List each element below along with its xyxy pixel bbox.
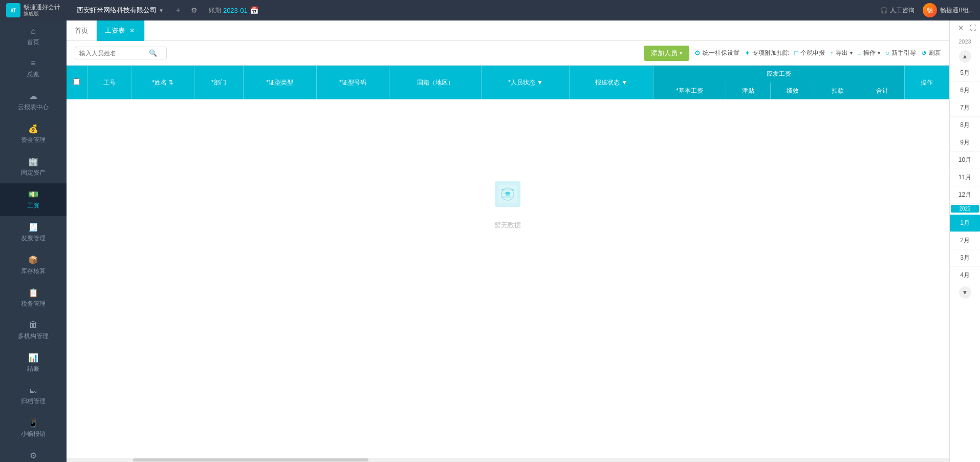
operation-action[interactable]: ≡ 操作 ▾ [858,49,881,57]
add-company-button[interactable]: ＋ [172,4,184,16]
header-actions: ＋ ⚙ [172,4,201,16]
search-input[interactable] [79,50,146,57]
th-dept: *部门 [194,66,243,99]
th-id-no: *证型号码 [316,66,389,99]
export-action[interactable]: ↑ 导出 ▾ [830,49,853,57]
select-all-checkbox[interactable] [73,78,80,85]
month-item-8[interactable]: 8月 [950,117,980,134]
social-insurance-action[interactable]: ⚙ 统一社保设置 [694,49,739,57]
sidebar-item-ledger[interactable]: ≡ 总账 [0,53,67,85]
refresh-action[interactable]: ↺ 刷新 [921,49,941,57]
settings-icon: ⚙ [30,451,37,460]
current-year-badge: 2023 [951,205,979,213]
app-name: 畅捷通好会计 旗舰版 [24,4,60,17]
scrollbar-thumb[interactable] [133,458,368,461]
th-performance: 绩效 [771,82,815,99]
table-scrollbar[interactable] [67,458,949,462]
sidebar-item-invoice[interactable]: 🧾 发票管理 [0,216,67,249]
payroll-table: 工号 *姓名 ⇅ *部门 *证型类型 *证型号码 国籍（地区） *人员状态 ▼ … [67,66,949,304]
panel-top-buttons: ✕ ⛶ [950,20,980,35]
calendar-icon[interactable]: 📅 [250,6,258,14]
sidebar-item-multi-org[interactable]: 🏛 多机构管理 [0,314,67,347]
sidebar-item-cloud-report[interactable]: ☁ 云报表中心 [0,85,67,118]
sidebar-item-payroll[interactable]: 💵 工资 [0,183,67,216]
empty-row: 暂无数据 [67,99,949,304]
add-person-chevron-icon: ▾ [680,50,682,56]
month-item-1[interactable]: 1月 [950,215,980,232]
empty-text: 暂无数据 [494,221,521,230]
th-number: 工号 [87,66,132,99]
month-item-3[interactable]: 3月 [950,249,980,267]
export-icon: ↑ [830,49,834,57]
sidebar-item-fixed-assets[interactable]: 🏢 固定资产 [0,151,67,183]
toolbar-right: 添加人员 ▾ ⚙ 统一社保设置 ✦ 专项附加扣除 □ 个税申报 ↑ 导出 [644,46,941,61]
sidebar-item-close-account[interactable]: 📊 结账 [0,347,67,380]
tab-home[interactable]: 首页 [67,20,97,41]
empty-state: 暂无数据 [67,99,949,304]
add-person-button[interactable]: 添加人员 ▾ [644,46,689,61]
tab-close-payroll[interactable]: ✕ [128,27,136,35]
panel-maximize-button[interactable]: ⛶ [968,23,978,33]
sidebar-item-inventory[interactable]: 📦 库存核算 [0,249,67,282]
sidebar-item-expense[interactable]: 📱 小畅报销 [0,412,67,445]
th-status[interactable]: *人员状态 ▼ [482,66,570,99]
table-header-row1: 工号 *姓名 ⇅ *部门 *证型类型 *证型号码 国籍（地区） *人员状态 ▼ … [67,66,949,82]
payroll-icon: 💵 [28,190,38,199]
headset-icon: 🎧 [880,7,888,14]
user-area[interactable]: 畅 畅捷通B组... [923,3,974,17]
sidebar-item-funds[interactable]: 💰 资金管理 [0,118,67,151]
month-item-10[interactable]: 10月 [950,152,980,169]
th-salary-group: 应发工资 [653,66,904,82]
th-deduction: 扣款 [815,82,860,99]
th-name[interactable]: *姓名 ⇅ [132,66,194,99]
panel-nav-down[interactable]: ▼ [959,286,971,299]
close-account-icon: 📊 [28,353,38,363]
sidebar-item-home[interactable]: ⌂ 首页 [0,20,67,53]
tab-payroll[interactable]: 工资表 ✕ [97,20,145,41]
funds-icon: 💰 [28,124,38,134]
th-total: 合计 [860,82,904,99]
user-name: 畅捷通B组... [940,6,974,15]
special-deduction-action[interactable]: ✦ 专项附加扣除 [745,49,789,57]
period-value[interactable]: 2023-01 [223,7,248,14]
empty-icon [487,174,528,215]
tax-report-action[interactable]: □ 个税申报 [794,49,825,57]
header-right: 🎧 人工咨询 畅 畅捷通B组... [880,3,974,17]
top-header: 好 畅捷通好会计 旗舰版 西安虾米网络科技有限公司 ▼ ＋ ⚙ 账期 2023-… [0,0,980,20]
sort-name-icon: ⇅ [168,79,173,86]
invoice-icon: 🧾 [28,222,38,232]
toolbar: 🔍 添加人员 ▾ ⚙ 统一社保设置 ✦ 专项附加扣除 □ 个税申报 [67,41,949,66]
tax-report-icon: □ [794,49,798,57]
sidebar-item-tax[interactable]: 📋 税务管理 [0,282,67,314]
expense-icon: 📱 [28,418,38,428]
guide-action[interactable]: ○ 新手引导 [885,49,916,57]
search-icon: 🔍 [149,49,157,57]
th-country: 国籍（地区） [389,66,482,99]
sidebar: ⌂ 首页 ≡ 总账 ☁ 云报表中心 💰 资金管理 🏢 固定资产 💵 工资 🧾 发… [0,20,67,462]
company-selector[interactable]: 西安虾米网络科技有限公司 ▼ [73,4,168,17]
panel-close-button[interactable]: ✕ [955,23,966,33]
search-wrap: 🔍 [75,47,167,59]
month-item-12[interactable]: 12月 [950,186,980,204]
sidebar-item-settings[interactable]: ⚙ 基础设置 [0,445,67,462]
panel-nav-up[interactable]: ▲ [959,50,971,62]
month-item-6[interactable]: 6月 [950,82,980,99]
tab-bar: 首页 工资表 ✕ [67,20,949,41]
main-layout: ⌂ 首页 ≡ 总账 ☁ 云报表中心 💰 资金管理 🏢 固定资产 💵 工资 🧾 发… [0,20,980,462]
month-item-11[interactable]: 11月 [950,169,980,186]
month-item-4[interactable]: 4月 [950,267,980,284]
right-panel: ✕ ⛶ 2023 ▲ 5月 6月 7月 8月 9月 10月 11月 12月 20… [949,20,980,462]
th-report-status[interactable]: 报送状态 ▼ [570,66,653,99]
th-checkbox[interactable] [67,66,87,99]
guide-action-icon: ○ [885,49,889,57]
settings-button[interactable]: ⚙ [188,4,201,16]
sidebar-item-archive[interactable]: 🗂 归档管理 [0,380,67,412]
app-logo-icon: 好 [6,3,20,17]
month-item-7[interactable]: 7月 [950,99,980,117]
support-button[interactable]: 🎧 人工咨询 [880,6,914,15]
month-item-2[interactable]: 2月 [950,232,980,249]
month-item-9[interactable]: 9月 [950,134,980,152]
refresh-icon: ↺ [921,49,927,57]
month-item-5[interactable]: 5月 [950,65,980,82]
th-base-salary: *基本工资 [653,82,726,99]
